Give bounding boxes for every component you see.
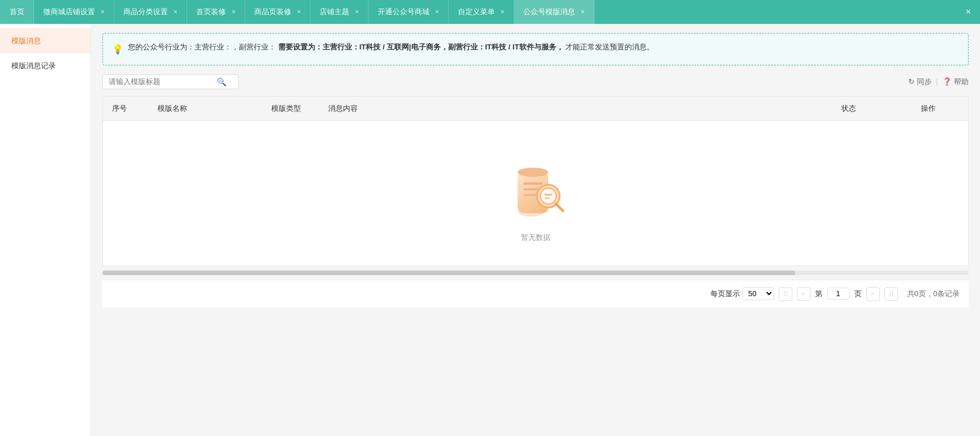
help-icon: ❓ — [942, 77, 952, 86]
col-header-seq: 序号 — [103, 96, 148, 121]
sidebar-item-template-msg[interactable]: 模版消息 — [0, 28, 90, 53]
empty-text: 暂无数据 — [521, 232, 551, 243]
svg-line-9 — [556, 204, 563, 211]
help-label: 帮助 — [954, 77, 969, 87]
tab-home[interactable]: 首页 — [0, 0, 34, 24]
tab-productpage-label: 商品页装修 — [254, 7, 291, 17]
tab-custommenu-label: 自定义菜单 — [458, 7, 495, 17]
main-layout: 模版消息 模版消息记录 💡 您的公众号行业为：主营行业：，副营行业： 需要设置为… — [0, 24, 980, 436]
tab-home-label: 首页 — [10, 7, 24, 17]
tab-homepage-label: 首页装修 — [196, 7, 226, 17]
svg-rect-10 — [544, 194, 552, 196]
tab-openstore-label: 开通公众号商城 — [378, 7, 429, 17]
svg-point-3 — [518, 168, 548, 177]
tab-theme[interactable]: 店铺主题 × — [311, 0, 369, 24]
tab-openstore[interactable]: 开通公众号商城 × — [369, 0, 449, 24]
notice-box: 💡 您的公众号行业为：主营行业：，副营行业： 需要设置为：主营行业：IT科技 /… — [102, 33, 969, 65]
svg-rect-4 — [523, 182, 543, 185]
tab-category-label: 商品分类设置 — [123, 7, 168, 17]
tab-templatemsg[interactable]: 公众号模版消息 × — [514, 0, 594, 24]
page-input[interactable] — [827, 288, 850, 300]
prev-page-button[interactable]: ＜ — [797, 287, 811, 301]
notice-icon: 💡 — [112, 42, 123, 57]
toolbar-divider: | — [936, 77, 938, 86]
search-button[interactable]: 🔍 — [217, 77, 226, 86]
col-header-status: 状态 — [832, 96, 912, 121]
pagination-bar: 每页显示 50 10 20 100 ⟨⟨ ＜ 第 页 ＞ ⟩⟩ 共0页，0条记录 — [102, 280, 969, 308]
empty-illustration — [502, 155, 570, 223]
tab-templatemsg-label: 公众号模版消息 — [523, 7, 575, 17]
last-page-button[interactable]: ⟩⟩ — [884, 287, 898, 301]
notice-text: 您的公众号行业为：主营行业：，副营行业： 需要设置为：主营行业：IT科技 / 互… — [128, 41, 654, 53]
page-di-label: 第 — [815, 289, 822, 299]
col-header-name: 模版名称 — [148, 96, 262, 121]
tab-category[interactable]: 商品分类设置 × — [114, 0, 187, 24]
sync-label: 同步 — [917, 77, 932, 87]
tab-custommenu-close[interactable]: × — [501, 8, 505, 16]
tab-homepage[interactable]: 首页装修 × — [187, 0, 245, 24]
tab-theme-label: 店铺主题 — [320, 7, 349, 17]
data-table: 序号 模版名称 模版类型 消息内容 状态 操作 — [102, 96, 969, 266]
search-input[interactable] — [109, 77, 217, 86]
first-page-button[interactable]: ⟨⟨ — [779, 287, 792, 301]
sidebar-item-template-log-label: 模版消息记录 — [11, 61, 56, 71]
search-bar: 🔍 ↻ 同步 | ❓ 帮助 — [102, 74, 969, 89]
toolbar-right: ↻ 同步 | ❓ 帮助 — [908, 77, 969, 87]
next-page-button[interactable]: ＞ — [866, 287, 880, 301]
sidebar-item-template-log[interactable]: 模版消息记录 — [0, 53, 90, 78]
sync-icon: ↻ — [908, 77, 915, 86]
tab-weshop-close[interactable]: × — [101, 8, 105, 16]
tab-custommenu[interactable]: 自定义菜单 × — [449, 0, 514, 24]
svg-point-8 — [540, 188, 556, 204]
page-size-wrap: 每页显示 50 10 20 100 — [710, 287, 774, 300]
page-size-select[interactable]: 50 10 20 100 — [742, 287, 774, 300]
sidebar-item-template-msg-label: 模版消息 — [11, 36, 41, 46]
scroll-thumb[interactable] — [102, 271, 795, 275]
sidebar: 模版消息 模版消息记录 — [0, 24, 91, 436]
tab-theme-close[interactable]: × — [355, 8, 359, 16]
svg-rect-5 — [523, 188, 539, 190]
col-header-action: 操作 — [912, 96, 969, 121]
tab-productpage-close[interactable]: × — [297, 8, 301, 16]
help-button[interactable]: ❓ 帮助 — [942, 77, 969, 87]
empty-state: 暂无数据 — [103, 121, 968, 265]
content-area: 💡 您的公众号行业为：主营行业：，副营行业： 需要设置为：主营行业：IT科技 /… — [91, 24, 980, 436]
horizontal-scrollbar[interactable] — [102, 271, 969, 275]
sync-button[interactable]: ↻ 同步 — [908, 77, 932, 87]
col-header-content: 消息内容 — [319, 96, 832, 121]
tab-weshop-label: 微商城店铺设置 — [43, 7, 95, 17]
per-page-label: 每页显示 — [710, 289, 740, 299]
page-label: 页 — [854, 289, 862, 299]
tab-templatemsg-close[interactable]: × — [581, 8, 585, 16]
page-total: 共0页，0条记录 — [907, 289, 960, 299]
svg-rect-11 — [544, 197, 550, 199]
tab-weshop[interactable]: 微商城店铺设置 × — [34, 0, 114, 24]
close-all-button[interactable]: × — [957, 7, 980, 17]
top-nav: 首页 微商城店铺设置 × 商品分类设置 × 首页装修 × 商品页装修 × 店铺主… — [0, 0, 980, 24]
tab-category-close[interactable]: × — [173, 8, 177, 16]
tab-openstore-close[interactable]: × — [435, 8, 439, 16]
tab-homepage-close[interactable]: × — [231, 8, 235, 16]
search-input-wrap[interactable]: 🔍 — [102, 74, 239, 89]
col-header-type: 模版类型 — [262, 96, 319, 121]
tab-productpage[interactable]: 商品页装修 × — [245, 0, 311, 24]
